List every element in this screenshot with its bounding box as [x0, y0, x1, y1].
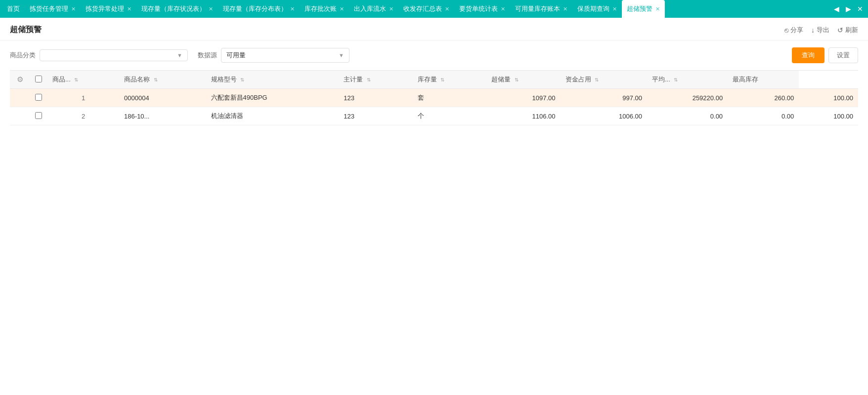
row-avg: 0.00: [728, 107, 799, 125]
nav-item-summary[interactable]: 收发存汇总表 ✕: [398, 0, 454, 18]
sort-icon: ⇅: [367, 77, 371, 82]
nav-item-home[interactable]: 首页: [2, 0, 25, 18]
row-max-stock: 100.00: [799, 89, 858, 107]
category-select[interactable]: ▼: [40, 49, 188, 61]
close-icon[interactable]: ✕: [389, 6, 393, 12]
close-icon[interactable]: ✕: [209, 6, 213, 12]
close-icon[interactable]: ✕: [127, 6, 131, 12]
row-product-name: 六配套新昌490BPG: [206, 89, 339, 107]
nav-item-task[interactable]: 拣货任务管理 ✕: [25, 0, 81, 18]
close-icon[interactable]: ✕: [655, 6, 660, 12]
nav-item-stock-dist[interactable]: 现存量（库存分布表） ✕: [218, 0, 300, 18]
row-num-cell: 2: [47, 107, 119, 125]
sort-icon: ⇅: [74, 77, 78, 82]
sort-icon: ⇅: [515, 77, 519, 82]
column-product-code[interactable]: 商品... ⇅: [47, 71, 119, 89]
nav-item-abnormal[interactable]: 拣货异常处理 ✕: [81, 0, 136, 18]
row-num-cell: 1: [47, 89, 119, 107]
sort-icon: ⇅: [440, 77, 444, 82]
close-icon[interactable]: ✕: [563, 6, 567, 12]
row-product-name: 机油滤清器: [206, 107, 339, 125]
table-row: 1 0000004 六配套新昌490BPG 123 套 1097.00 997.…: [10, 89, 858, 107]
filter-actions: 查询 设置: [792, 47, 858, 63]
export-button[interactable]: ↓ 导出: [811, 26, 829, 35]
row-spec: 123: [339, 89, 412, 107]
nav-item-overstock[interactable]: 超储预警 ✕: [622, 0, 665, 18]
nav-item-inout[interactable]: 出入库流水 ✕: [349, 0, 398, 18]
category-label: 商品分类: [10, 51, 36, 60]
column-stock[interactable]: 库存量 ⇅: [413, 71, 486, 89]
row-settings-cell: [10, 107, 30, 125]
row-unit: 个: [413, 107, 486, 125]
table-header-row: ⚙ 商品... ⇅ 商品名称 ⇅ 规格型号 ⇅: [10, 71, 858, 89]
column-settings[interactable]: ⚙: [10, 71, 30, 89]
close-icon[interactable]: ✕: [340, 6, 344, 12]
data-table-container: ⚙ 商品... ⇅ 商品名称 ⇅ 规格型号 ⇅: [0, 70, 868, 125]
column-capital[interactable]: 资金占用 ⇅: [561, 71, 647, 89]
datasource-filter: 数据源 可用量 ▼: [198, 48, 349, 63]
column-unit[interactable]: 主计量 ⇅: [339, 71, 412, 89]
row-stock: 1097.00: [486, 89, 560, 107]
column-product-name[interactable]: 商品名称 ⇅: [119, 71, 206, 89]
page-content: 超储预警 ⎋ 分享 ↓ 导出 ↺ 刷新 商品分类 ▼ 数据源: [0, 18, 868, 395]
row-settings-cell: [10, 89, 30, 107]
sort-icon: ⇅: [154, 77, 158, 82]
column-spec[interactable]: 规格型号 ⇅: [206, 71, 339, 89]
nav-item-requisition[interactable]: 要货单统计表 ✕: [454, 0, 510, 18]
nav-item-batch[interactable]: 库存批次账 ✕: [300, 0, 349, 18]
chevron-down-icon: ▼: [339, 52, 344, 58]
column-max-stock: 最高库存: [728, 71, 799, 89]
refresh-button[interactable]: ↺ 刷新: [837, 26, 858, 35]
close-icon[interactable]: ✕: [290, 6, 295, 12]
close-icon[interactable]: ✕: [501, 6, 505, 12]
datasource-select[interactable]: 可用量 ▼: [221, 48, 349, 63]
gear-icon[interactable]: ⚙: [17, 75, 23, 83]
share-button[interactable]: ⎋ 分享: [784, 26, 803, 35]
page-title: 超储预警: [10, 25, 42, 35]
overstock-table: ⚙ 商品... ⇅ 商品名称 ⇅ 规格型号 ⇅: [10, 70, 858, 125]
header-actions: ⎋ 分享 ↓ 导出 ↺ 刷新: [784, 26, 858, 35]
close-icon[interactable]: ✕: [445, 6, 449, 12]
datasource-label: 数据源: [198, 51, 217, 60]
table-row: 2 186-10... 机油滤清器 123 个 1106.00 1006.00 …: [10, 107, 858, 125]
row-product-code: 186-10...: [119, 107, 206, 125]
row-unit: 套: [413, 89, 486, 107]
nav-next-button[interactable]: ▶: [842, 0, 854, 18]
row-checkbox[interactable]: [35, 94, 42, 101]
column-avg[interactable]: 平均... ⇅: [647, 71, 728, 89]
sort-icon: ⇅: [674, 77, 678, 82]
close-icon[interactable]: ✕: [71, 6, 76, 12]
nav-item-stock-status[interactable]: 现存量（库存状况表） ✕: [136, 0, 218, 18]
chevron-down-icon: ▼: [177, 52, 182, 58]
table-body: 1 0000004 六配套新昌490BPG 123 套 1097.00 997.…: [10, 89, 858, 125]
row-spec: 123: [339, 107, 412, 125]
sort-icon: ⇅: [595, 77, 599, 82]
row-product-code: 0000004: [119, 89, 206, 107]
query-button[interactable]: 查询: [792, 47, 825, 63]
nav-close-all-button[interactable]: ✕: [854, 0, 866, 18]
filter-bar: 商品分类 ▼ 数据源 可用量 ▼ 查询 设置: [0, 40, 868, 70]
page-header: 超储预警 ⎋ 分享 ↓ 导出 ↺ 刷新: [0, 18, 868, 40]
select-all-checkbox[interactable]: [35, 76, 42, 82]
row-capital: 259220.00: [647, 89, 728, 107]
row-overstock: 997.00: [561, 89, 647, 107]
row-overstock: 1006.00: [561, 107, 647, 125]
row-max-stock: 100.00: [799, 107, 858, 125]
top-navigation: 首页 拣货任务管理 ✕ 拣货异常处理 ✕ 现存量（库存状况表） ✕ 现存量（库存…: [0, 0, 868, 18]
row-checkbox-cell[interactable]: [30, 107, 47, 125]
nav-item-expiry[interactable]: 保质期查询 ✕: [572, 0, 622, 18]
category-filter: 商品分类 ▼: [10, 49, 188, 61]
refresh-icon: ↺: [837, 26, 843, 34]
share-icon: ⎋: [784, 26, 788, 34]
column-overstock[interactable]: 超储量 ⇅: [486, 71, 560, 89]
row-capital: 0.00: [647, 107, 728, 125]
sort-icon: ⇅: [240, 77, 244, 82]
nav-arrows: ◀ ▶ ✕: [830, 0, 866, 18]
export-icon: ↓: [811, 26, 815, 34]
nav-prev-button[interactable]: ◀: [830, 0, 842, 18]
row-checkbox-cell[interactable]: [30, 89, 47, 107]
nav-item-available[interactable]: 可用量库存账本 ✕: [510, 0, 572, 18]
row-checkbox[interactable]: [35, 112, 42, 119]
settings-button[interactable]: 设置: [828, 47, 858, 63]
close-icon[interactable]: ✕: [612, 6, 617, 12]
